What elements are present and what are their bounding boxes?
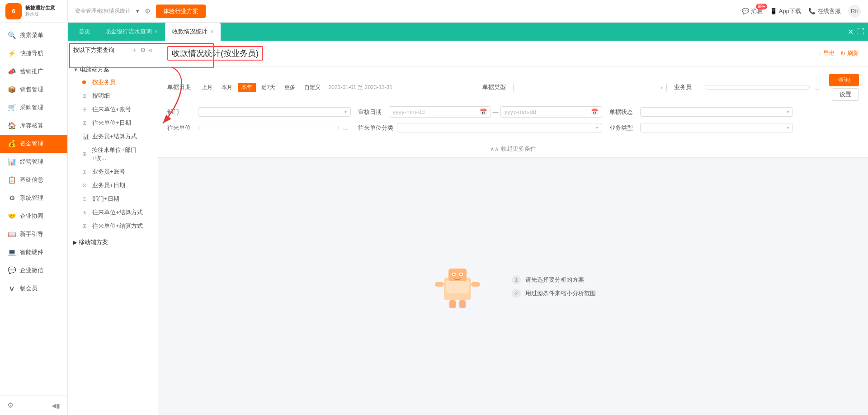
scheme-item-unit-settle1[interactable]: ⊞ 往来单位+结算方式 (73, 206, 152, 219)
sidebar-item-operation[interactable]: 📊 经营管理 (0, 153, 67, 171)
filter-area: 单据日期 上月 本月 本年 近7天 更多 自定义 2023-01-01 至 20… (158, 66, 868, 140)
date-tab-last-month[interactable]: 上月 (198, 83, 216, 92)
sidebar-item-member[interactable]: V 畅会员 (0, 279, 67, 297)
scheme-item-sp-settle[interactable]: 📊 业务员+结算方式 (73, 130, 152, 143)
desktop-group-header[interactable]: ▼ 电脑端方案 (73, 64, 152, 75)
collapse-sidebar-icon[interactable]: ◀▮ (52, 402, 60, 409)
item-icon-unit-account: ⊞ (82, 106, 90, 113)
item-icon-sp-date: ⊙ (82, 182, 90, 189)
sidebar-item-wechat[interactable]: 💬 企业微信 (0, 261, 67, 279)
online-service-button[interactable]: 📞 在线客服 (808, 7, 841, 15)
sidebar-item-guide[interactable]: 📖 新手引导 (0, 225, 67, 243)
audit-date-to[interactable]: yyyy-mm-dd 📅 (500, 106, 603, 118)
solution-button[interactable]: 体验行业方案 (156, 5, 206, 18)
date-tabs: 上月 本月 本年 近7天 更多 自定义 (198, 83, 324, 92)
empty-svg (430, 259, 485, 309)
dropdown-icon[interactable]: ▾ (136, 8, 139, 14)
panel-actions: ＋ ⚙ « (131, 46, 152, 54)
scheme-item-unit-settle2[interactable]: ⊞ 往来单位+结算方式 (73, 219, 152, 233)
dept-select[interactable]: ▾ (198, 107, 351, 117)
tab-close-receipt[interactable]: × (210, 28, 213, 35)
sidebar-item-finance[interactable]: 💰 资金管理 (0, 135, 67, 153)
message-button[interactable]: 💬 消息 99+ (742, 7, 763, 15)
tab-home[interactable]: 首页 (71, 23, 98, 41)
query-button[interactable]: 查询 (829, 74, 859, 86)
svg-point-6 (460, 274, 462, 275)
sidebar-item-hardware[interactable]: 💻 智能硬件 (0, 243, 67, 261)
doc-type-select[interactable]: ▾ (513, 83, 667, 92)
partner-more-button[interactable]: ... (340, 123, 351, 132)
add-scheme-button[interactable]: ＋ (131, 46, 137, 54)
date-tab-more[interactable]: 更多 (281, 83, 299, 92)
salesperson-input[interactable] (705, 85, 810, 90)
scheme-item-unit-date[interactable]: ⊞ 往来单位+日期 (73, 116, 152, 130)
top-header: 资金管理/收款情况统计 ▾ ⚙ 体验行业方案 💬 消息 99+ 📱 App下载 … (68, 0, 868, 23)
date-tab-7days[interactable]: 近7天 (258, 83, 279, 92)
export-button[interactable]: ↑ 导出 (819, 49, 835, 57)
filter-doc-type: 单据类型 ▾ (482, 83, 667, 92)
purchase-icon: 🛒 (7, 103, 16, 112)
collapse-bar[interactable]: ∧∧ 收起更多条件 (158, 140, 868, 158)
biz-type-select[interactable]: ▾ (640, 123, 793, 132)
right-content: 收款情况统计(按业务员) ↑ 导出 ↻ 刷新 单据日期 (158, 41, 868, 415)
item-icon-unit-settle2: ⊞ (82, 223, 90, 229)
scheme-item-unit-dept[interactable]: ⊞ 按往来单位+部门+收... (73, 143, 152, 165)
scheme-item-mingxi[interactable]: ⊞ 按明细 (73, 89, 152, 103)
tab-bar: 首页 现金银行流水查询 × 收款情况统计 × ✕ ⛶ (68, 23, 868, 41)
tab-bank[interactable]: 现金银行流水查询 × (98, 23, 165, 41)
tab-receipt[interactable]: 收款情况统计 × (165, 23, 221, 41)
scheme-item-dept-date[interactable]: ⊙ 部门+日期 (73, 192, 152, 206)
sidebar-item-basic[interactable]: 📋 基础信息 (0, 171, 67, 189)
basic-icon: 📋 (7, 175, 16, 184)
sidebar-item-search[interactable]: 🔍 搜索菜单 (0, 26, 67, 44)
tip-num-2: 2 (512, 289, 521, 298)
sidebar-item-quick[interactable]: ⚡ 快捷导航 (0, 44, 67, 62)
tab-bar-right: ✕ ⛶ (848, 28, 864, 36)
window-close-icon[interactable]: ✕ (848, 28, 854, 36)
audit-date-from[interactable]: yyyy-mm-dd 📅 (389, 106, 491, 118)
tab-close-bank[interactable]: × (155, 28, 158, 35)
svg-point-5 (453, 274, 455, 275)
item-icon-sp-account: ⊞ (82, 169, 90, 175)
date-tab-this-year[interactable]: 本年 (238, 83, 256, 92)
scheme-item-unit-account[interactable]: ⊞ 往来单位+账号 (73, 103, 152, 116)
avatar[interactable]: Rit (848, 5, 861, 18)
scheme-item-salesperson[interactable]: 按业务员 (73, 75, 152, 89)
filter-salesperson: 业务员 ... (674, 83, 822, 92)
sidebar-item-enterprise[interactable]: 🤝 企业协同 (0, 207, 67, 225)
sidebar-item-system[interactable]: ⚙ 系统管理 (0, 189, 67, 207)
item-icon-unit-dept: ⊞ (82, 151, 89, 157)
wechat-icon: 💬 (7, 266, 16, 275)
desktop-scheme-group: ▼ 电脑端方案 按业务员 ⊞ 按明细 ⊞ 往来单位+账号 (68, 58, 158, 254)
refresh-button[interactable]: ↻ 刷新 (840, 49, 859, 57)
date-label: 单据日期 (167, 83, 194, 91)
item-icon-unit-date: ⊞ (82, 120, 90, 126)
mobile-expand-icon: ▶ (73, 240, 77, 245)
date-tab-custom[interactable]: 自定义 (301, 83, 324, 92)
app-download-button[interactable]: 📱 App下载 (770, 7, 801, 15)
date-tab-this-month[interactable]: 本月 (218, 83, 236, 92)
sidebar-item-purchase[interactable]: 🛒 采购管理 (0, 99, 67, 117)
window-maximize-icon[interactable]: ⛶ (857, 28, 864, 36)
sidebar-item-inventory[interactable]: 🏠 库存核算 (0, 117, 67, 135)
svg-rect-9 (449, 300, 456, 308)
mobile-group-header[interactable]: ▶ 移动端方案 (73, 236, 152, 248)
scheme-settings-icon[interactable]: ⚙ (140, 47, 146, 54)
collapse-panel-button[interactable]: « (149, 47, 152, 54)
svg-rect-10 (459, 300, 466, 308)
sidebar-item-marketing[interactable]: 📣 营销推广 (0, 62, 67, 80)
audit-date-range: yyyy-mm-dd 📅 — yyyy-mm-dd 📅 (389, 106, 603, 118)
doc-type-label: 单据类型 (482, 83, 509, 91)
settings-gear-icon[interactable]: ⚙ (145, 7, 151, 15)
svg-rect-7 (435, 282, 444, 287)
scheme-item-sp-account[interactable]: ⊞ 业务员+账号 (73, 165, 152, 179)
partner-input[interactable] (198, 126, 339, 130)
partner-category-select[interactable]: ▾ (397, 123, 603, 132)
sidebar-item-sales[interactable]: 📦 销售管理 (0, 80, 67, 99)
settings-footer-icon[interactable]: ⚙ (7, 401, 14, 410)
marketing-icon: 📣 (7, 67, 16, 76)
scheme-item-sp-date[interactable]: ⊙ 业务员+日期 (73, 179, 152, 192)
salesperson-more-button[interactable]: ... (811, 83, 822, 92)
doc-status-select[interactable]: ▾ (640, 107, 793, 117)
setting-button[interactable]: 设置 (832, 88, 859, 101)
